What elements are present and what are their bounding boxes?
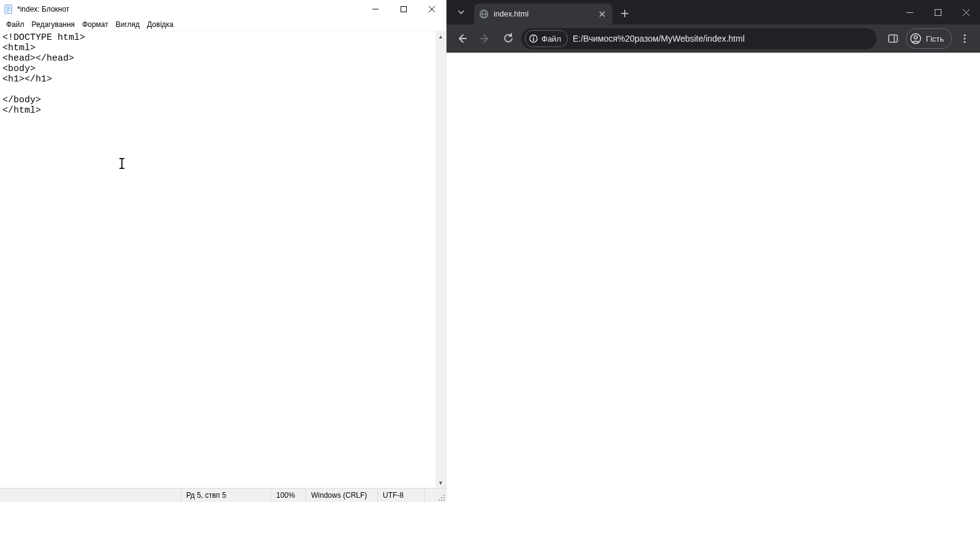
profile-button[interactable]: Гість bbox=[906, 28, 952, 49]
menu-help[interactable]: Довідка bbox=[143, 19, 177, 30]
svg-point-32 bbox=[914, 36, 917, 39]
status-zoom: 100% bbox=[271, 489, 306, 502]
guest-avatar-icon bbox=[910, 33, 921, 44]
url-text: E:/Вчимося%20разом/MyWebsite/index.html bbox=[573, 34, 874, 43]
svg-point-27 bbox=[533, 36, 534, 37]
svg-rect-28 bbox=[533, 38, 534, 41]
info-icon bbox=[529, 34, 538, 43]
chrome-minimize-button[interactable] bbox=[895, 0, 924, 24]
chrome-menu-button[interactable] bbox=[954, 28, 975, 49]
status-caret-position: Рд 5, ствп 5 bbox=[181, 489, 271, 502]
search-tabs-button[interactable] bbox=[450, 2, 472, 23]
tab-title: index.html bbox=[494, 10, 592, 18]
chrome-page-viewport[interactable] bbox=[447, 53, 980, 502]
status-encoding: UTF-8 bbox=[377, 489, 424, 502]
menu-file[interactable]: Файл bbox=[2, 19, 28, 30]
scroll-track[interactable] bbox=[435, 42, 446, 478]
svg-point-13 bbox=[441, 500, 442, 501]
new-tab-button[interactable] bbox=[616, 5, 633, 22]
forward-button[interactable] bbox=[475, 28, 496, 49]
url-scheme-chip[interactable]: Файл bbox=[525, 30, 568, 47]
scroll-up-button[interactable]: ▲ bbox=[435, 31, 446, 42]
blank-area bbox=[0, 502, 980, 551]
chrome-window: index.html bbox=[447, 0, 980, 502]
chrome-tabstrip: index.html bbox=[447, 0, 980, 24]
svg-point-14 bbox=[443, 500, 445, 501]
notepad-menubar: Файл Редагування Формат Вигляд Довідка bbox=[0, 18, 446, 31]
omnibox[interactable]: Файл E:/Вчимося%20разом/MyWebsite/index.… bbox=[521, 28, 876, 49]
notepad-titlebar[interactable]: *index: Блокнот bbox=[0, 0, 446, 18]
notepad-editor-area: <!DOCTYPE html> <html> <head></head> <bo… bbox=[0, 31, 446, 488]
chrome-close-button[interactable] bbox=[952, 0, 980, 24]
chrome-toolbar: Файл E:/Вчимося%20разом/MyWebsite/index.… bbox=[447, 24, 980, 53]
chrome-maximize-button[interactable] bbox=[924, 0, 952, 24]
resize-grip-icon[interactable] bbox=[424, 489, 446, 502]
close-button[interactable] bbox=[418, 0, 446, 18]
browser-tab[interactable]: index.html bbox=[474, 4, 612, 24]
svg-point-34 bbox=[963, 37, 965, 39]
side-panel-button[interactable] bbox=[883, 28, 903, 49]
maximize-button[interactable] bbox=[390, 0, 418, 18]
svg-rect-0 bbox=[5, 5, 12, 13]
svg-point-10 bbox=[441, 497, 442, 498]
notepad-editor[interactable]: <!DOCTYPE html> <html> <head></head> <bo… bbox=[0, 31, 435, 488]
notepad-vertical-scrollbar[interactable]: ▲ ▼ bbox=[435, 31, 446, 488]
menu-edit[interactable]: Редагування bbox=[28, 19, 79, 30]
reload-button[interactable] bbox=[498, 28, 519, 49]
svg-point-33 bbox=[963, 34, 965, 36]
notepad-statusbar: Рд 5, ствп 5 100% Windows (CRLF) UTF-8 bbox=[0, 488, 446, 502]
back-button[interactable] bbox=[451, 28, 472, 49]
menu-format[interactable]: Формат bbox=[78, 19, 112, 30]
file-favicon-icon bbox=[479, 9, 489, 19]
tab-close-button[interactable] bbox=[597, 9, 608, 20]
status-line-ending: Windows (CRLF) bbox=[306, 489, 377, 502]
text-cursor-icon bbox=[121, 159, 123, 168]
notepad-title: *index: Блокнот bbox=[17, 5, 69, 13]
svg-rect-29 bbox=[889, 35, 897, 42]
notepad-app-icon bbox=[4, 4, 13, 14]
scroll-down-button[interactable]: ▼ bbox=[435, 478, 446, 488]
svg-rect-6 bbox=[401, 7, 407, 12]
svg-point-12 bbox=[439, 500, 440, 501]
svg-rect-23 bbox=[935, 9, 941, 15]
svg-point-35 bbox=[963, 41, 965, 43]
url-scheme-label: Файл bbox=[541, 34, 561, 43]
svg-point-9 bbox=[443, 495, 445, 496]
profile-label: Гість bbox=[926, 34, 944, 43]
menu-view[interactable]: Вигляд bbox=[112, 19, 143, 30]
minimize-button[interactable] bbox=[361, 0, 390, 18]
svg-point-11 bbox=[443, 497, 445, 498]
notepad-window: *index: Блокнот Файл Редагування Формат … bbox=[0, 0, 447, 502]
